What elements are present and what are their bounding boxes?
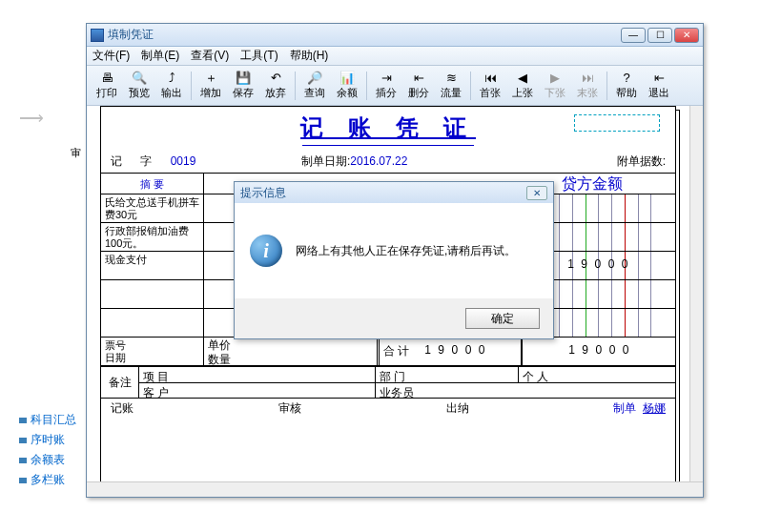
ok-button[interactable]: 确定	[465, 308, 540, 329]
dialog-title: 提示信息	[240, 185, 286, 201]
footer-row: 记账 审核 出纳 制单 杨娜	[101, 399, 675, 417]
flow-icon: ≋	[446, 72, 457, 86]
sidebar: 科目汇总 序时账 余额表 多栏账	[19, 410, 81, 490]
total-row: 票号 日期 单价 数量 合 计19000 19000	[101, 338, 675, 366]
bullet-icon	[19, 418, 27, 423]
person-label: 个 人	[519, 367, 675, 382]
message-dialog: 提示信息 ✕ i 网络上有其他人正在保存凭证,请稍后再试。 确定	[234, 181, 554, 339]
footer-maker-name: 杨娜	[643, 401, 666, 415]
separator	[470, 72, 471, 100]
separator	[606, 72, 607, 100]
summary-cell[interactable]: 氏给文总送手机拼车费30元	[101, 194, 204, 222]
footer-maker: 制单	[613, 401, 636, 415]
query-icon: 🔎	[307, 72, 322, 86]
footer-cashier: 出纳	[446, 400, 469, 417]
separator	[191, 72, 192, 100]
tb-balance[interactable]: 📊余额	[331, 68, 363, 104]
customer-label: 客 户	[139, 383, 376, 398]
discard-icon: ↶	[271, 72, 281, 86]
tb-next[interactable]: ▶下张	[539, 68, 571, 104]
save-icon: 💾	[236, 72, 251, 86]
sidebar-item-label: 余额表	[31, 452, 65, 468]
menu-help[interactable]: 帮助(H)	[290, 48, 329, 64]
dialog-titlebar[interactable]: 提示信息 ✕	[235, 182, 553, 203]
footer-entry: 记账	[111, 400, 134, 417]
window-title: 填制凭证	[108, 27, 621, 43]
help-icon: ?	[623, 72, 629, 86]
header-summary: 摘 要	[101, 173, 204, 195]
total-credit: 19000	[568, 343, 636, 357]
project-label: 项 目	[139, 367, 376, 382]
tb-first[interactable]: ⏮首张	[474, 68, 506, 104]
date-label: 制单日期:	[301, 154, 350, 168]
print-icon: 🖶	[101, 72, 113, 86]
attach-label: 附单据数:	[570, 153, 666, 170]
summary-cell[interactable]: 现金支付	[101, 252, 204, 279]
maximize-button[interactable]: ☐	[647, 28, 672, 43]
toolbar: 🖶打印 🔍预览 ⤴输出 ＋增加 💾保存 ↶放弃 🔎查询 📊余额 ⇥插分 ⇤删分 …	[87, 66, 703, 106]
tb-last[interactable]: ⏭末张	[571, 68, 604, 104]
separator	[366, 72, 367, 100]
ticket-label: 票号	[105, 339, 199, 352]
clerk-label: 业务员	[376, 383, 675, 398]
tb-save[interactable]: 💾保存	[227, 68, 259, 104]
titlebar[interactable]: 填制凭证 — ☐ ✕	[87, 24, 703, 47]
footer-audit: 审核	[278, 400, 301, 417]
date-ext-label: 日期	[105, 352, 199, 364]
remark-label: 备注	[101, 367, 139, 398]
balance-icon: 📊	[339, 72, 355, 86]
scrollbar-vertical[interactable]	[689, 106, 703, 481]
date-value[interactable]: 2016.07.22	[350, 154, 407, 168]
menu-view[interactable]: 查看(V)	[191, 48, 229, 64]
tb-exit[interactable]: ⇤退出	[643, 68, 675, 104]
add-icon: ＋	[205, 72, 217, 86]
rec-no: 0019	[171, 154, 196, 168]
first-icon: ⏮	[484, 72, 497, 86]
sidebar-item-label: 多栏账	[31, 472, 65, 488]
menubar: 文件(F) 制单(E) 查看(V) 工具(T) 帮助(H)	[87, 47, 703, 66]
sidebar-item-label: 科目汇总	[31, 412, 76, 428]
delete-icon: ⇤	[414, 72, 424, 86]
menu-file[interactable]: 文件(F)	[92, 48, 130, 64]
tb-delete[interactable]: ⇤删分	[402, 68, 435, 104]
preview-icon: 🔍	[132, 72, 147, 86]
output-icon: ⤴	[169, 72, 175, 86]
tb-insert[interactable]: ⇥插分	[370, 68, 402, 104]
minimize-button[interactable]: —	[621, 28, 646, 43]
tb-add[interactable]: ＋增加	[195, 68, 227, 104]
left-arrow-decoration: ⟶	[19, 108, 44, 129]
summary-cell[interactable]: 行政部报销加油费100元。	[101, 223, 204, 251]
dept-label: 部 门	[376, 367, 519, 382]
menu-tool[interactable]: 工具(T)	[240, 48, 277, 64]
dialog-close-button[interactable]: ✕	[526, 186, 547, 200]
total-debit: 19000	[424, 343, 492, 357]
app-icon	[91, 29, 104, 42]
menu-edit[interactable]: 制单(E)	[141, 48, 179, 64]
scrollbar-horizontal[interactable]	[87, 481, 703, 497]
dialog-message: 网络上有其他人正在保存凭证,请稍后再试。	[296, 243, 516, 259]
prev-icon: ◀	[518, 72, 527, 86]
tb-output[interactable]: ⤴输出	[155, 68, 188, 104]
tb-preview[interactable]: 🔍预览	[123, 68, 155, 104]
title-underline	[302, 145, 474, 146]
remark-table: 备注 项 目 部 门 个 人 客 户 业务员	[101, 366, 675, 399]
tb-help[interactable]: ?帮助	[610, 68, 643, 104]
tb-prev[interactable]: ◀上张	[506, 68, 539, 104]
last-icon: ⏭	[582, 72, 594, 86]
tb-query[interactable]: 🔎查询	[298, 68, 331, 104]
sidebar-item[interactable]: 多栏账	[19, 470, 81, 490]
sidebar-item[interactable]: 余额表	[19, 450, 81, 470]
bullet-icon	[19, 438, 27, 443]
qty-label: 数量	[204, 352, 377, 366]
tb-flow[interactable]: ≋流量	[435, 68, 467, 104]
tb-discard[interactable]: ↶放弃	[259, 68, 292, 104]
bullet-icon	[19, 478, 27, 483]
tb-print[interactable]: 🖶打印	[91, 68, 123, 104]
sidebar-item-label: 序时账	[31, 432, 65, 448]
sidebar-item[interactable]: 序时账	[19, 430, 81, 450]
sidebar-item[interactable]: 科目汇总	[19, 410, 81, 430]
credit-value: 19000	[567, 257, 635, 271]
exit-icon: ⇤	[654, 72, 665, 86]
dashed-box	[574, 114, 660, 132]
close-button[interactable]: ✕	[674, 28, 699, 43]
